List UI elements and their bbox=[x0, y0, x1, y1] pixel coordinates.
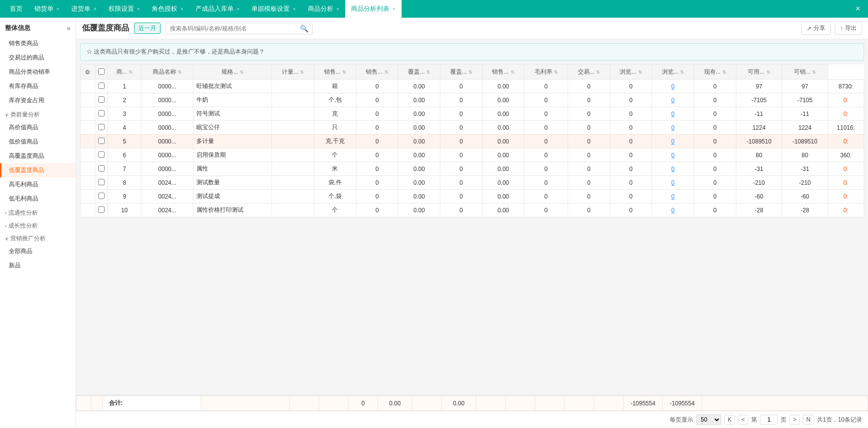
prev-page-button[interactable]: < bbox=[738, 415, 748, 425]
next-page-button[interactable]: > bbox=[789, 415, 800, 425]
table-col-current[interactable]: 现有... ⇅ bbox=[694, 65, 736, 80]
table-col-sales-amt[interactable]: 销售... ⇅ bbox=[356, 65, 398, 80]
table-col-browse1[interactable]: 浏览... ⇅ bbox=[610, 65, 652, 80]
row-checkbox[interactable] bbox=[95, 162, 108, 176]
row-settings bbox=[81, 107, 95, 121]
row-cover2: 0.00 bbox=[482, 107, 524, 121]
row-browse1[interactable]: 0 bbox=[652, 176, 694, 190]
sidebar-item-low-cover[interactable]: 低覆盖度商品 bbox=[0, 163, 76, 177]
close-icon[interactable]: × bbox=[237, 6, 240, 12]
row-browse1[interactable]: 0 bbox=[652, 107, 694, 121]
sidebar-item-high-cover[interactable]: 高覆盖度商品 bbox=[0, 149, 76, 163]
sidebar-section-marketing-analysis[interactable]: ∨ 营销推广分析 bbox=[0, 231, 76, 244]
row-checkbox[interactable] bbox=[95, 80, 108, 93]
sidebar-section-flow-analysis[interactable]: › 流通性分析 bbox=[0, 206, 76, 219]
nav-permission[interactable]: 权限设置 × bbox=[103, 0, 146, 18]
nav-role[interactable]: 角色授权 × bbox=[146, 0, 189, 18]
row-checkbox[interactable] bbox=[95, 190, 108, 203]
filter-recent-month-button[interactable]: 近一月 bbox=[134, 23, 161, 34]
row-checkbox[interactable] bbox=[95, 107, 108, 121]
sidebar-item-sales-goods[interactable]: 销售类商品 bbox=[0, 36, 76, 51]
row-checkbox[interactable] bbox=[95, 121, 108, 135]
row-checkbox[interactable] bbox=[95, 203, 108, 217]
nav-purchase[interactable]: 进货单 × bbox=[65, 0, 102, 18]
sidebar-item-low-value[interactable]: 低价值商品 bbox=[0, 135, 76, 149]
window-close-button[interactable]: × bbox=[852, 4, 864, 13]
page-number-input[interactable] bbox=[760, 415, 778, 425]
table-col-unit[interactable]: 计量... ⇅ bbox=[272, 65, 314, 80]
close-icon[interactable]: × bbox=[180, 6, 183, 12]
footer-total-row: 合计: 0 0.00 0.00 -1095554 -1095554 bbox=[76, 395, 868, 411]
row-browse1[interactable]: 0 bbox=[652, 190, 694, 203]
row-browse1[interactable]: 0 bbox=[652, 121, 694, 135]
last-page-button[interactable]: N bbox=[803, 415, 814, 425]
sidebar-item-high-gross[interactable]: 高毛利商品 bbox=[0, 177, 76, 192]
per-page-select[interactable]: 50 20 100 bbox=[696, 414, 721, 425]
sidebar-collapse-button[interactable]: « bbox=[67, 24, 71, 32]
table-col-cover1[interactable]: 覆盖... ⇅ bbox=[398, 65, 440, 80]
table-col-code[interactable]: 商... ⇅ bbox=[108, 65, 141, 80]
row-checkbox[interactable] bbox=[95, 148, 108, 162]
nav-template[interactable]: 单据模板设置 × bbox=[245, 0, 301, 18]
table-col-cover2[interactable]: 覆盖... ⇅ bbox=[440, 65, 483, 80]
table-col-gross-rate[interactable]: 毛利率 ⇅ bbox=[524, 65, 568, 80]
sidebar-section-group-analysis[interactable]: ∨ 类群量分析 bbox=[0, 108, 76, 120]
row-browse1[interactable]: 0 bbox=[652, 203, 694, 217]
row-cover1: 0 bbox=[440, 121, 483, 135]
close-icon[interactable]: × bbox=[137, 6, 140, 12]
nav-sales[interactable]: 销货单 × bbox=[28, 0, 65, 18]
search-icon[interactable]: 🔍 bbox=[300, 25, 308, 32]
row-code: 0024... bbox=[141, 176, 193, 190]
sidebar-item-low-gross[interactable]: 低毛利商品 bbox=[0, 192, 76, 206]
close-icon[interactable]: × bbox=[56, 6, 59, 12]
row-sales-qty: 0 bbox=[356, 176, 398, 190]
sidebar-item-traded-goods[interactable]: 交易过的商品 bbox=[0, 51, 76, 65]
row-spec bbox=[272, 203, 314, 217]
row-browse1[interactable]: 0 bbox=[652, 162, 694, 176]
sidebar-section-growth-analysis[interactable]: › 成长性分析 bbox=[0, 219, 76, 231]
row-settings bbox=[81, 162, 95, 176]
table-col-trade[interactable]: 交易... ⇅ bbox=[568, 65, 610, 80]
export-button[interactable]: ↑ 导出 bbox=[835, 22, 862, 35]
table-col-name[interactable]: 商品名称 ⇅ bbox=[141, 65, 193, 80]
share-button[interactable]: ↗ 分享 bbox=[801, 22, 831, 35]
nav-analysis-list[interactable]: 商品分析列表 × bbox=[345, 0, 401, 18]
sidebar-item-high-value[interactable]: 高价值商品 bbox=[0, 120, 76, 135]
sidebar-item-capital[interactable]: 库存资金占用 bbox=[0, 93, 76, 108]
row-browse1[interactable]: 0 bbox=[652, 80, 694, 93]
table-col-saleable[interactable]: 可销... ⇅ bbox=[782, 65, 828, 80]
table-col-sales-qty[interactable]: 销售... ⇅ bbox=[314, 65, 356, 80]
sidebar-item-category-rate[interactable]: 商品分类动销率 bbox=[0, 65, 76, 79]
table-col-spec[interactable]: 规格... ⇅ bbox=[193, 65, 272, 80]
close-icon[interactable]: × bbox=[93, 6, 96, 12]
table-col-browse2[interactable]: 浏览... ⇅ bbox=[652, 65, 694, 80]
close-icon[interactable]: × bbox=[392, 6, 395, 12]
nav-analysis[interactable]: 商品分析 × bbox=[302, 0, 345, 18]
table-settings-header[interactable]: ⚙ bbox=[81, 65, 95, 80]
table-col-available[interactable]: 可用... ⇅ bbox=[736, 65, 782, 80]
row-checkbox[interactable] bbox=[95, 135, 108, 148]
nav-home[interactable]: 首页 bbox=[4, 0, 28, 18]
close-icon[interactable]: × bbox=[293, 6, 296, 12]
table-row: 10 0024... 属性价格打印测试 个 0 0.00 0 0.00 0 0 … bbox=[81, 203, 864, 217]
nav-product-in[interactable]: 产成品入库单 × bbox=[190, 0, 245, 18]
row-sales-amt: 0.00 bbox=[398, 80, 440, 93]
close-icon[interactable]: × bbox=[336, 6, 339, 12]
row-browse1[interactable]: 0 bbox=[652, 93, 694, 107]
table-col-sales3[interactable]: 销售... ⇅ bbox=[482, 65, 524, 80]
row-checkbox[interactable] bbox=[95, 176, 108, 190]
table-checkbox-header[interactable] bbox=[95, 65, 108, 80]
row-browse1[interactable]: 0 bbox=[652, 135, 694, 148]
total-unit-spacer bbox=[319, 396, 349, 411]
row-checkbox[interactable] bbox=[95, 93, 108, 107]
sidebar-item-all-goods[interactable]: 全部商品 bbox=[0, 244, 76, 258]
row-unit: 个,包 bbox=[314, 93, 356, 107]
sidebar-item-stock-goods[interactable]: 有库存商品 bbox=[0, 79, 76, 93]
row-unit: 克,千克 bbox=[314, 135, 356, 148]
row-current: -1089510 bbox=[736, 135, 782, 148]
row-browse1[interactable]: 0 bbox=[652, 148, 694, 162]
sidebar-item-new-goods[interactable]: 新品 bbox=[0, 258, 76, 273]
search-input[interactable] bbox=[170, 25, 300, 32]
first-page-button[interactable]: K bbox=[724, 415, 735, 425]
select-all-checkbox[interactable] bbox=[98, 68, 105, 75]
